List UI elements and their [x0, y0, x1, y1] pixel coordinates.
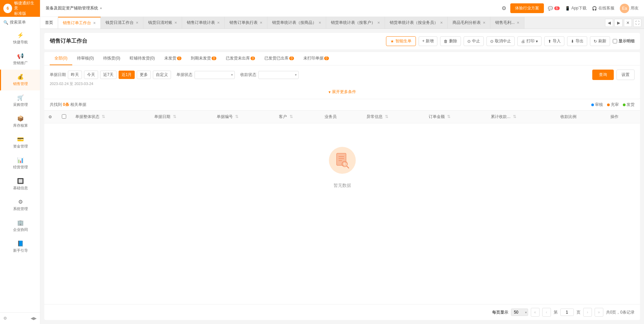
online-service-btn[interactable]: 🎧 在线客服 — [592, 5, 614, 11]
review-action-btn[interactable]: 审核 — [591, 102, 603, 108]
next-page-btn[interactable]: › — [583, 308, 592, 317]
subtab-shipped-out[interactable]: 已发货已出库0 — [260, 52, 299, 65]
delete-btn[interactable]: 🗑 删除 — [440, 36, 461, 46]
show-detail-checkbox[interactable] — [613, 39, 617, 43]
app-download-btn[interactable]: 📱 App下载 — [565, 5, 587, 11]
sidebar-item-system[interactable]: ⚙ 系统管理 — [0, 195, 40, 215]
export-icon: ⬇ — [571, 39, 574, 44]
subtab-not-printed[interactable]: 未打印单据0 — [299, 52, 334, 65]
tabs-fullscreen-btn[interactable]: ⛶ — [633, 19, 641, 27]
date-btn-1month[interactable]: 近1月 — [119, 71, 135, 79]
tab-home[interactable]: 首页 — [40, 17, 58, 29]
empty-icon — [326, 144, 359, 177]
sort-arrows-exception[interactable]: ⇅ — [385, 114, 388, 119]
subtab-pending-review[interactable]: 待审核(0) — [72, 52, 99, 65]
sidebar-item-marketing[interactable]: 📢 营销推广 — [0, 49, 40, 70]
settings-col-icon[interactable]: ⚙ — [48, 115, 52, 119]
sidebar-item-enterprise[interactable]: 🏢 企业协同 — [0, 215, 40, 236]
select-all-checkbox[interactable] — [62, 114, 66, 119]
tabs-next-btn[interactable]: ▶ — [614, 19, 622, 27]
print-btn[interactable]: 🖨 打印 ▾ — [517, 36, 542, 46]
sidebar-search[interactable]: 🔍 搜索菜单 — [0, 17, 40, 28]
tab-goods-stats-product[interactable]: 销货单统计表（按商品） ✕ — [267, 17, 326, 29]
tab-close-goods-stats-staff[interactable]: ✕ — [440, 21, 443, 25]
sort-arrows-amount[interactable]: ⇅ — [447, 114, 450, 119]
message-btn[interactable]: 💬 6 — [548, 6, 560, 11]
prev-page-btn[interactable]: ‹ — [542, 308, 551, 317]
sidebar-item-purchase[interactable]: 🛒 采购管理 — [0, 90, 40, 111]
table-scroll[interactable]: ⚙ 单据整体状态 ⇅ 单据日期 ⇅ — [44, 111, 640, 304]
col-date: 单据日期 ⇅ — [150, 111, 212, 123]
show-detail-toggle[interactable]: 显示明细 — [613, 38, 635, 44]
tab-close-sales-exec[interactable]: ✕ — [260, 21, 262, 25]
tab-sales-stats[interactable]: 销售订单统计表 ✕ — [182, 17, 225, 29]
subtab-shipped-not-out[interactable]: 已发货未出库0 — [221, 52, 260, 65]
cancel-stop-btn[interactable]: ⊙ 取消中止 — [486, 36, 515, 46]
tab-goods-stats-customer[interactable]: 销货单统计表（按客户） ✕ — [326, 17, 385, 29]
tabs-close-all-btn[interactable]: ✕ — [624, 19, 632, 27]
tab-goods-stats-staff[interactable]: 销货单统计表（按业务员） ✕ — [385, 17, 448, 29]
ship-action-btn[interactable]: 发货 — [623, 102, 635, 108]
sort-arrows-number[interactable]: ⇅ — [235, 114, 239, 119]
tab-close-goods-stats-product[interactable]: ✕ — [318, 21, 321, 25]
subtab-wangpu[interactable]: 旺铺待发货(0) — [125, 52, 160, 65]
last-page-btn[interactable]: » — [595, 308, 603, 317]
refresh-btn[interactable]: ↻ 刷新 — [590, 36, 610, 46]
user-menu[interactable]: Ea 用友 — [620, 4, 639, 13]
subtab-pending-inspect[interactable]: 待拣货(0) — [98, 52, 125, 65]
import-btn[interactable]: ⬆ 导入 — [544, 36, 564, 46]
date-btn-custom[interactable]: 自定义 — [153, 71, 171, 79]
tab-sales-more[interactable]: 销售毛利... ✕ — [490, 17, 524, 29]
sidebar-item-finance[interactable]: 💳 资金管理 — [0, 132, 40, 153]
tab-close-sales-stats[interactable]: ✕ — [217, 21, 220, 25]
tabs-prev-btn[interactable]: ◀ — [605, 19, 613, 27]
industry-btn[interactable]: 体验行业方案 — [510, 3, 544, 13]
col-salesperson: 业务员 — [320, 111, 362, 123]
sidebar-item-shortcut[interactable]: ⚡ 快捷导航 — [0, 28, 40, 49]
tab-close-cash-daily[interactable]: ✕ — [136, 21, 138, 25]
subtab-all[interactable]: 全部(0) — [50, 52, 72, 65]
sort-arrows-status[interactable]: ⇅ — [102, 114, 105, 119]
sidebar-item-basics[interactable]: 🔲 基础信息 — [0, 174, 40, 195]
export-btn[interactable]: ⬇ 导出 — [567, 36, 587, 46]
date-btn-7days[interactable]: 近7天 — [100, 71, 117, 79]
date-btn-yesterday[interactable]: 昨天 — [68, 71, 82, 79]
sidebar-item-operations[interactable]: 📊 经营管理 — [0, 153, 40, 174]
unreviewed-action-btn[interactable]: 充审 — [607, 102, 619, 108]
sidebar-item-guide[interactable]: 📘 新手引导 — [0, 236, 40, 257]
first-page-btn[interactable]: « — [531, 308, 540, 317]
sort-arrows-date[interactable]: ⇅ — [173, 114, 176, 119]
query-btn[interactable]: 查询 — [592, 70, 614, 80]
tab-close-goods-stats-customer[interactable]: ✕ — [377, 21, 380, 25]
tab-close-sales-more[interactable]: ✕ — [517, 21, 519, 25]
filter-settings-btn[interactable]: 设置 — [616, 70, 635, 80]
date-btn-more[interactable]: 更多 — [137, 71, 151, 79]
payment-select[interactable] — [258, 71, 299, 79]
tab-close-goods-margin[interactable]: ✕ — [483, 21, 485, 25]
page-number-input[interactable] — [560, 309, 574, 316]
subtab-not-shipped[interactable]: 未发货0 — [160, 52, 186, 65]
topbar-gear-icon[interactable]: ⚙ — [502, 5, 506, 11]
subtab-overdue-not-shipped[interactable]: 到期未发货0 — [186, 52, 221, 65]
tab-cash-daily[interactable]: 钱货日清工作台 ✕ — [101, 17, 143, 29]
sort-arrows-customer[interactable]: ⇅ — [290, 114, 293, 119]
topbar-dropdown-arrow[interactable]: ▾ — [100, 6, 102, 10]
tab-sales-exec[interactable]: 销售订单执行表 ✕ — [225, 17, 267, 29]
new-btn[interactable]: + 新增 — [419, 36, 437, 46]
tab-cash-reconcile[interactable]: 钱货日清对账 ✕ — [143, 17, 182, 29]
sidebar-item-sales[interactable]: 💰 销售管理 — [0, 70, 40, 90]
tab-sales-workbench[interactable]: 销售订单工作台 ✕ — [58, 17, 101, 29]
stop-btn[interactable]: ⊙ 中止 — [464, 36, 484, 46]
smart-generate-btn[interactable]: ★ 智能生单 — [386, 36, 416, 46]
tab-close-cash-reconcile[interactable]: ✕ — [174, 21, 177, 25]
page-size-select[interactable]: 50 20 100 — [511, 309, 528, 316]
expand-btn[interactable]: ▾ 展开更多条件 — [329, 89, 356, 95]
sidebar-item-inventory[interactable]: 📦 库存核算 — [0, 111, 40, 132]
tab-goods-margin[interactable]: 商品毛利分析表 ✕ — [448, 17, 490, 29]
sort-arrows-received[interactable]: ⇅ — [513, 114, 516, 119]
settings-icon[interactable]: ⚙ — [3, 316, 7, 321]
status-select[interactable] — [195, 71, 235, 79]
collapse-icon[interactable]: ◀▶ — [31, 316, 37, 321]
tab-close-sales-workbench[interactable]: ✕ — [93, 21, 96, 25]
date-btn-today[interactable]: 今天 — [84, 71, 98, 79]
